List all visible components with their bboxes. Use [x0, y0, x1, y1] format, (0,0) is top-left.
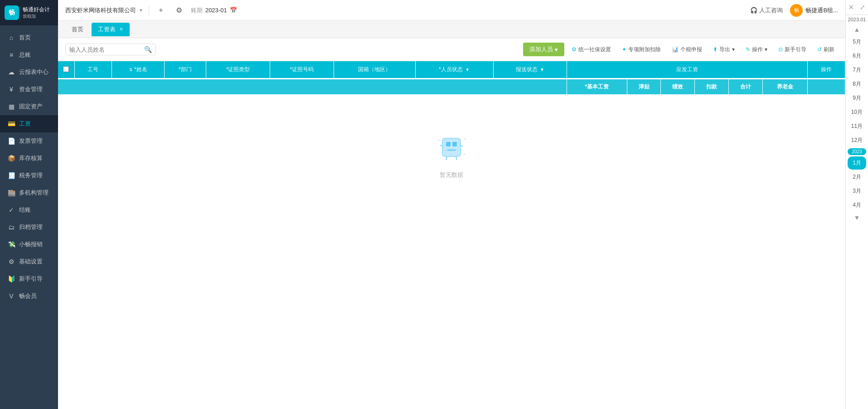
- settings-button[interactable]: ⚙: [173, 4, 185, 17]
- sidebar-item-label: 畅会员: [19, 292, 37, 300]
- refresh-action[interactable]: ↺ 刷新: [814, 44, 838, 55]
- period-calendar-icon[interactable]: 📅: [230, 7, 237, 14]
- month-item-11[interactable]: 11月: [848, 120, 866, 133]
- sidebar-item-label: 基础设置: [19, 258, 43, 266]
- fund-icon: ¥: [7, 86, 15, 93]
- sidebar-item-settings[interactable]: ⚙ 基础设置: [0, 253, 58, 270]
- tab-bar: 首页 工资表 ✕: [58, 21, 845, 38]
- tax-filing-action[interactable]: 📊 个税申报: [668, 44, 706, 55]
- panel-close-button[interactable]: ✕: [849, 4, 854, 11]
- tab-salary[interactable]: 工资表 ✕: [92, 23, 130, 36]
- month-item-3[interactable]: 3月: [848, 185, 866, 198]
- sidebar-item-archive[interactable]: 🗂 归档管理: [0, 219, 58, 236]
- sidebar-item-fund[interactable]: ¥ 资金管理: [0, 81, 58, 98]
- company-dropdown-arrow: ▼: [139, 8, 143, 13]
- sidebar-item-home[interactable]: ⌂ 首页: [0, 29, 58, 46]
- special-deduct-action[interactable]: ✦ 专项附加扣除: [618, 44, 664, 55]
- operation-action[interactable]: ✎ 操作 ▾: [742, 44, 771, 55]
- svg-point-9: [464, 138, 466, 140]
- new-guide-action[interactable]: ⊙ 新手引导: [775, 44, 810, 55]
- add-company-button[interactable]: ＋: [155, 4, 167, 17]
- user-profile[interactable]: 畅 畅捷通B组...: [790, 4, 838, 17]
- tab-salary-close[interactable]: ✕: [119, 26, 123, 32]
- refresh-icon: ↺: [817, 46, 822, 53]
- operation-dropdown-icon: ▾: [765, 46, 767, 53]
- select-all-checkbox[interactable]: [63, 66, 69, 72]
- period-label: 账期: [191, 6, 203, 15]
- month-item-1[interactable]: 1月: [848, 156, 866, 170]
- th-pension: 养老金: [762, 79, 807, 94]
- empty-text: 暂无数据: [440, 171, 463, 179]
- table-container: 工号 ⇅ *姓名 *部门 *证照类型 *证照号码 国籍（地区） *人员状态 ▼ …: [58, 61, 845, 409]
- panel-expand-button[interactable]: ⤢: [860, 4, 865, 11]
- month-item-8[interactable]: 8月: [848, 78, 866, 91]
- empty-state: 暂无数据: [58, 93, 845, 215]
- month-item-4[interactable]: 4月: [848, 199, 866, 212]
- invoice-icon: 📄: [7, 137, 15, 145]
- tab-home-label: 首页: [72, 25, 83, 34]
- sidebar-item-label: 首页: [19, 34, 31, 42]
- sidebar-item-label: 固定资产: [19, 102, 43, 111]
- month-item-2[interactable]: 2月: [848, 170, 866, 184]
- sidebar-item-inventory[interactable]: 📦 库存核算: [0, 150, 58, 167]
- sidebar-nav: ⌂ 首页 ≡ 总账 ☁ 云报表中心 ¥ 资金管理 ▦ 固定资产 💳 工资 📄 发…: [0, 25, 58, 409]
- header-right: 🎧 人工咨询 畅 畅捷通B组...: [750, 4, 838, 17]
- panel-period-label: 2023.01: [846, 15, 868, 24]
- company-name: 西安虾米网络科技有限公司: [65, 6, 136, 15]
- company-selector[interactable]: 西安虾米网络科技有限公司 ▼: [65, 6, 143, 15]
- svg-point-10: [463, 153, 465, 155]
- period-value: 2023-01: [205, 7, 227, 14]
- export-action[interactable]: ⬆ 导出 ▾: [709, 44, 738, 55]
- sidebar-item-label: 云报表中心: [19, 68, 48, 76]
- sidebar-item-guide[interactable]: 🔰 新手引导: [0, 270, 58, 287]
- member-icon: V: [7, 292, 15, 300]
- sidebar-item-salary[interactable]: 💳 工资: [0, 115, 58, 132]
- sidebar-item-fixed-asset[interactable]: ▦ 固定资产: [0, 98, 58, 115]
- th-salary-group: 应发工资: [567, 61, 807, 78]
- month-item-12[interactable]: 12月: [848, 134, 866, 147]
- sidebar-item-tax[interactable]: 🧾 税务管理: [0, 167, 58, 184]
- inventory-icon: 📦: [7, 155, 15, 162]
- sidebar-item-member[interactable]: V 畅会员: [0, 287, 58, 305]
- social-settings-label: 统一社保设置: [578, 46, 611, 54]
- sort-icon-name: ⇅: [129, 68, 133, 72]
- th-id-number: *证照号码: [270, 61, 334, 78]
- tax-icon2: 📊: [672, 46, 679, 53]
- sidebar-item-settle[interactable]: ✓ 结账: [0, 201, 58, 219]
- add-person-button[interactable]: 添加人员 ▾: [523, 43, 564, 56]
- right-panel: ✕ ⤢ 2023.01 ▲ 5月 6月 7月 8月 9月 10月 11月 12月…: [845, 0, 868, 409]
- person-status-filter-icon[interactable]: ▼: [465, 67, 470, 72]
- export-label: 导出: [719, 46, 730, 54]
- report-status-filter-icon[interactable]: ▼: [540, 67, 544, 72]
- search-wrap[interactable]: 🔍: [65, 44, 156, 55]
- search-input[interactable]: [69, 46, 141, 53]
- sidebar-item-expense[interactable]: 💸 小畅报销: [0, 236, 58, 253]
- period-info: 账期 2023-01 📅: [191, 6, 237, 15]
- panel-scroll-up[interactable]: ▲: [846, 24, 868, 35]
- sidebar-item-cloud-report[interactable]: ☁ 云报表中心: [0, 63, 58, 81]
- sidebar-item-label: 资金管理: [19, 85, 43, 93]
- add-person-dropdown-icon: ▾: [555, 46, 558, 53]
- tab-home[interactable]: 首页: [65, 23, 90, 36]
- sidebar-item-invoice[interactable]: 📄 发票管理: [0, 132, 58, 150]
- customer-service[interactable]: 🎧 人工咨询: [750, 6, 783, 15]
- main-wrapper: 西安虾米网络科技有限公司 ▼ ＋ ⚙ 账期 2023-01 📅 🎧 人工咨询 畅…: [58, 0, 845, 409]
- add-person-label: 添加人员: [529, 45, 553, 54]
- search-icon: 🔍: [144, 46, 152, 53]
- panel-scroll-down[interactable]: ▼: [846, 212, 868, 223]
- svg-point-8: [438, 140, 440, 141]
- month-item-5[interactable]: 5月: [848, 35, 866, 49]
- month-item-9[interactable]: 9月: [848, 92, 866, 105]
- svg-rect-3: [447, 149, 456, 151]
- right-panel-header: ✕ ⤢: [846, 0, 868, 15]
- sidebar-item-multi-org[interactable]: 🏬 多机构管理: [0, 184, 58, 201]
- sidebar-item-ledger[interactable]: ≡ 总账: [0, 46, 58, 63]
- special-deduct-icon: ✦: [622, 46, 626, 53]
- th-checkbox[interactable]: [58, 61, 74, 78]
- month-item-10[interactable]: 10月: [848, 106, 866, 119]
- th-dept: *部门: [164, 61, 206, 78]
- ledger-icon: ≡: [7, 51, 15, 58]
- month-item-6[interactable]: 6月: [848, 49, 866, 63]
- month-item-7[interactable]: 7月: [848, 63, 866, 77]
- social-settings-action[interactable]: ⚙ 统一社保设置: [568, 44, 615, 55]
